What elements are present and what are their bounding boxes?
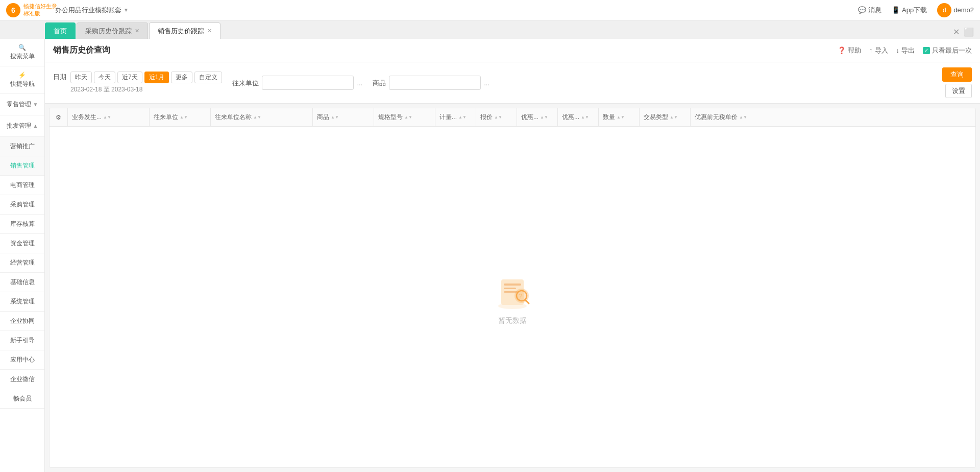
sidebar-item-finance[interactable]: 资金管理 xyxy=(0,234,44,253)
table-header: ⚙ 业务发生... ▲▼ 往来单位 ▲▼ 往来单位名称 ▲▼ 商品 ▲▼ xyxy=(50,108,975,127)
setting-button[interactable]: 设置 xyxy=(945,84,972,98)
date-btn-more[interactable]: 更多 xyxy=(171,72,192,83)
sidebar-item-newbie[interactable]: 新手引导 xyxy=(0,331,44,350)
sidebar-item-wholesale[interactable]: 批发管理 ▲ xyxy=(0,115,44,137)
page-header: 销售历史价查询 ❓ 帮助 ↑ 导入 ↓ 导出 ✓ xyxy=(45,39,980,62)
quick-nav-icon: ⚡ xyxy=(18,72,26,79)
sort-icon: ▲▼ xyxy=(617,115,625,120)
svg-rect-3 xyxy=(504,288,516,289)
tab-bar: 首页 采购历史价跟踪 ✕ 销售历史价跟踪 ✕ ✕ ⬜ xyxy=(0,20,980,39)
empty-state: ? 暂无数据 xyxy=(50,127,975,467)
tab-close-purchase[interactable]: ✕ xyxy=(135,28,139,34)
sidebar-item-quick[interactable]: ⚡ 快捷导航 xyxy=(0,66,44,94)
date-options: 昨天 今天 近7天 近1月 更多 自定义 2023-02-18 至 2023-0… xyxy=(70,72,222,94)
date-btn-1month[interactable]: 近1月 xyxy=(144,72,169,83)
th-discount2[interactable]: 优惠... ▲▼ xyxy=(558,108,599,126)
chevron-down-icon: ▼ xyxy=(124,7,129,13)
export-button[interactable]: ↓ 导出 xyxy=(896,46,915,55)
page-title: 销售历史价查询 xyxy=(53,45,110,56)
date-label: 日期 xyxy=(53,72,66,82)
sidebar-item-ecommerce[interactable]: 电商管理 xyxy=(0,176,44,195)
unit-input[interactable] xyxy=(262,76,354,90)
sort-icon: ▲▼ xyxy=(180,115,188,120)
empty-illustration: ? xyxy=(492,269,533,310)
help-button[interactable]: ❓ 帮助 xyxy=(838,46,861,55)
filter-row: 日期 昨天 今天 近7天 近1月 更多 自定义 2023-02-18 至 202… xyxy=(45,62,980,104)
sidebar-item-enterprise[interactable]: 企业协同 xyxy=(0,312,44,331)
date-btn-yesterday[interactable]: 昨天 xyxy=(70,72,92,83)
main-layout: 🔍 搜索菜单 ⚡ 快捷导航 零售管理 ▼ 批发管理 ▲ 营销推广 销售管理 电商… xyxy=(0,39,980,472)
th-settings[interactable]: ⚙ xyxy=(50,108,68,126)
sidebar-item-wechat[interactable]: 企业微信 xyxy=(0,370,44,389)
th-business-date[interactable]: 业务发生... ▲▼ xyxy=(68,108,150,126)
th-spec[interactable]: 规格型号 ▲▼ xyxy=(374,108,435,126)
page-actions: ❓ 帮助 ↑ 导入 ↓ 导出 ✓ 只看最后一次 xyxy=(838,46,972,55)
settings-icon: ⚙ xyxy=(56,114,61,121)
close-window-icon[interactable]: ✕ xyxy=(953,27,960,37)
date-btn-today[interactable]: 今天 xyxy=(94,72,115,83)
only-last-checkbox-group[interactable]: ✓ 只看最后一次 xyxy=(923,46,972,55)
app-download-icon: 📱 xyxy=(892,6,900,14)
sidebar-item-system[interactable]: 系统管理 xyxy=(0,292,44,312)
date-filter-group: 日期 昨天 今天 近7天 近1月 更多 自定义 2023-02-18 至 202… xyxy=(53,72,222,94)
query-button[interactable]: 查询 xyxy=(942,67,972,82)
help-icon: ❓ xyxy=(838,46,846,54)
chevron-up-icon: ▲ xyxy=(33,123,38,129)
tab-home[interactable]: 首页 xyxy=(45,22,76,39)
import-button[interactable]: ↑ 导入 xyxy=(869,46,888,55)
sidebar-item-basic[interactable]: 基础信息 xyxy=(0,273,44,292)
logo-area: 6 畅捷信好生意 标准版 xyxy=(6,3,51,17)
sidebar-item-app-center[interactable]: 应用中心 xyxy=(0,350,44,370)
th-unit-name[interactable]: 往来单位名称 ▲▼ xyxy=(211,108,313,126)
unit-dots-icon[interactable]: ... xyxy=(357,79,362,87)
sort-icon: ▲▼ xyxy=(540,115,548,120)
date-btn-custom[interactable]: 自定义 xyxy=(194,72,222,83)
th-product[interactable]: 商品 ▲▼ xyxy=(313,108,374,126)
only-last-checkbox[interactable]: ✓ xyxy=(923,47,930,54)
avatar: d xyxy=(937,3,951,17)
date-range-display: 2023-02-18 至 2023-03-18 xyxy=(70,85,222,94)
import-icon: ↑ xyxy=(869,46,873,54)
product-input[interactable] xyxy=(389,76,481,90)
th-quote[interactable]: 报价 ▲▼ xyxy=(476,108,517,126)
tab-purchase[interactable]: 采购历史价跟踪 ✕ xyxy=(77,22,148,39)
sidebar-item-sales-mgmt[interactable]: 销售管理 xyxy=(0,156,44,176)
sort-icon: ▲▼ xyxy=(103,115,111,120)
top-bar: 6 畅捷信好生意 标准版 办公用品行业模拟账套 ▼ 💬 消息 📱 App下载 d… xyxy=(0,0,980,20)
export-icon: ↓ xyxy=(896,46,900,54)
filter-right-actions: 查询 设置 xyxy=(942,67,972,98)
svg-rect-2 xyxy=(504,284,521,286)
th-discount1[interactable]: 优惠... ▲▼ xyxy=(517,108,558,126)
maximize-icon[interactable]: ⬜ xyxy=(964,27,974,37)
th-unit[interactable]: 往来单位 ▲▼ xyxy=(150,108,211,126)
sidebar-item-inventory[interactable]: 库存核算 xyxy=(0,215,44,234)
table-container: ⚙ 业务发生... ▲▼ 往来单位 ▲▼ 往来单位名称 ▲▼ 商品 ▲▼ xyxy=(49,108,976,468)
product-dots-icon[interactable]: ... xyxy=(484,79,489,87)
date-btn-7days[interactable]: 近7天 xyxy=(117,72,142,83)
sort-icon: ▲▼ xyxy=(458,115,467,120)
sidebar-item-search[interactable]: 🔍 搜索菜单 xyxy=(0,39,44,66)
sidebar-item-operations[interactable]: 经营管理 xyxy=(0,253,44,273)
top-right-actions: 💬 消息 📱 App下载 d demo2 xyxy=(858,3,974,17)
product-filter-group: 商品 ... xyxy=(373,76,489,90)
sort-icon: ▲▼ xyxy=(253,115,261,120)
user-menu[interactable]: d demo2 xyxy=(937,3,974,17)
sidebar-item-purchase[interactable]: 采购管理 xyxy=(0,195,44,215)
unit-filter-group: 往来单位 ... xyxy=(232,76,362,90)
th-qty[interactable]: 数量 ▲▼ xyxy=(599,108,640,126)
date-buttons: 昨天 今天 近7天 近1月 更多 自定义 xyxy=(70,72,222,83)
message-button[interactable]: 💬 消息 xyxy=(858,6,881,15)
th-trade-type[interactable]: 交易类型 ▲▼ xyxy=(640,108,691,126)
sidebar-item-marketing[interactable]: 营销推广 xyxy=(0,137,44,156)
th-calc-unit[interactable]: 计量... ▲▼ xyxy=(435,108,476,126)
app-selector[interactable]: 办公用品行业模拟账套 ▼ xyxy=(55,6,129,15)
sort-icon: ▲▼ xyxy=(581,115,589,120)
th-pretax[interactable]: 优惠前无税单价 ▲▼ xyxy=(691,108,975,126)
tab-close-sales[interactable]: ✕ xyxy=(207,28,212,34)
sidebar-item-member[interactable]: 畅会员 xyxy=(0,389,44,409)
logo-text: 畅捷信好生意 标准版 xyxy=(23,3,57,16)
sidebar-item-retail[interactable]: 零售管理 ▼ xyxy=(0,94,44,115)
app-download-button[interactable]: 📱 App下载 xyxy=(892,6,927,15)
tab-sales[interactable]: 销售历史价跟踪 ✕ xyxy=(149,22,220,39)
sort-icon: ▲▼ xyxy=(331,115,339,120)
